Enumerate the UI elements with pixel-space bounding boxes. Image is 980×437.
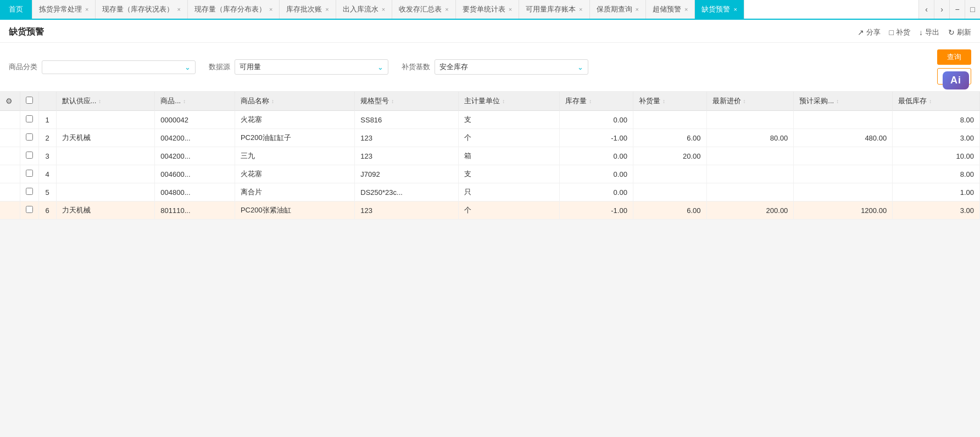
tab-close-icon[interactable]: × xyxy=(85,6,88,13)
tab-maximize-btn[interactable]: □ xyxy=(965,0,980,19)
tab-prev-btn[interactable]: ‹ xyxy=(918,0,934,19)
row-checkbox[interactable] xyxy=(26,115,33,122)
filter-area: 商品分类 ⌄ 数据源 可用量 ⌄ 补货基数 安全库存 ⌄ 查询 设置 xyxy=(0,43,980,92)
row-product-code: 004200... xyxy=(155,147,235,165)
share-btn[interactable]: ↗ 分享 xyxy=(858,27,881,37)
spec-col-header: 规格型号 ↕ xyxy=(355,92,459,111)
tab-close-icon[interactable]: × xyxy=(445,6,448,13)
row-checkbox-cell xyxy=(20,111,38,129)
tab-item-summary[interactable]: 收发存汇总表× xyxy=(392,0,455,19)
row-product-name: PC200张紧油缸 xyxy=(235,201,354,220)
stock-sort-icon[interactable]: ↕ xyxy=(589,98,592,104)
data-source-arrow: ⌄ xyxy=(377,63,383,71)
replenish-btn[interactable]: □ 补货 xyxy=(889,27,910,37)
latest-price-sort-icon[interactable]: ↕ xyxy=(743,98,746,104)
row-spec: J7092 xyxy=(355,165,459,183)
tab-next-btn[interactable]: › xyxy=(934,0,949,19)
row-stock: -1.00 xyxy=(560,201,633,220)
product-code-col-header: 商品... ↕ xyxy=(155,92,235,111)
row-supplier: 力天机械 xyxy=(56,129,155,147)
row-settings-cell xyxy=(0,147,20,165)
tab-minimize-btn[interactable]: − xyxy=(949,0,965,19)
row-checkbox[interactable] xyxy=(26,170,33,177)
tab-item-available[interactable]: 可用量库存账本× xyxy=(519,0,589,19)
tab-item-order[interactable]: 要货单统计表× xyxy=(456,0,519,19)
row-latest-price xyxy=(706,111,794,129)
tab-item-stock2[interactable]: 现存量（库存分布表）× xyxy=(188,0,280,19)
tab-label: 超储预警 xyxy=(653,4,681,14)
row-settings-cell xyxy=(0,201,20,220)
product-code-sort-icon[interactable]: ↕ xyxy=(183,98,186,104)
latest-price-col-label: 最新进价 xyxy=(712,96,741,106)
row-product-code: 004800... xyxy=(155,183,235,201)
tab-item-overstock[interactable]: 超储预警× xyxy=(646,0,695,19)
tab-close-icon[interactable]: × xyxy=(269,6,272,13)
tab-item-batch[interactable]: 库存批次账× xyxy=(280,0,336,19)
query-button[interactable]: 查询 xyxy=(937,49,971,65)
tab-item-expiry[interactable]: 保质期查询× xyxy=(590,0,646,19)
row-latest-price xyxy=(706,147,794,165)
select-all-checkbox[interactable] xyxy=(26,97,33,104)
row-unit: 箱 xyxy=(459,147,560,165)
stock-col-label: 库存量 xyxy=(565,96,587,106)
row-checkbox[interactable] xyxy=(26,188,33,195)
tab-home[interactable]: 首页 xyxy=(0,0,32,19)
row-spec: 123 xyxy=(355,201,459,220)
latest-price-col-header: 最新进价 ↕ xyxy=(706,92,794,111)
row-settings-cell xyxy=(0,129,20,147)
tab-item-flow[interactable]: 出入库流水× xyxy=(336,0,392,19)
replenish-sort-icon[interactable]: ↕ xyxy=(662,98,665,104)
product-code-col-label: 商品... xyxy=(160,96,181,106)
tab-close-icon[interactable]: × xyxy=(579,6,582,13)
row-unit: 支 xyxy=(459,111,560,129)
tab-close-icon[interactable]: × xyxy=(177,6,180,13)
tab-nav-buttons: ‹ › − □ xyxy=(918,0,980,19)
tab-close-icon[interactable]: × xyxy=(382,6,385,13)
replenish-basis-label: 补货基数 xyxy=(402,62,430,72)
row-stock: -1.00 xyxy=(560,129,633,147)
tab-item-stock1[interactable]: 现存量（库存状况表）× xyxy=(96,0,187,19)
row-latest-price xyxy=(706,165,794,183)
main-content: 缺货预警 ↗ 分享 □ 补货 ↓ 导出 ↻ 刷新 商品分类 xyxy=(0,20,980,220)
gear-icon[interactable]: ⚙ xyxy=(5,97,13,105)
row-min-stock: 3.00 xyxy=(893,201,980,220)
row-est-purchase xyxy=(794,111,893,129)
row-checkbox[interactable] xyxy=(26,206,33,213)
tab-close-icon[interactable]: × xyxy=(509,6,512,13)
tab-close-icon[interactable]: × xyxy=(325,6,328,13)
tab-item-shortage[interactable]: 缺货预警× xyxy=(695,0,744,19)
row-checkbox[interactable] xyxy=(26,133,33,141)
commodity-category-select[interactable]: ⌄ xyxy=(42,60,196,74)
tab-close-icon[interactable]: × xyxy=(636,6,639,13)
product-name-sort-icon[interactable]: ↕ xyxy=(271,98,274,104)
share-label: 分享 xyxy=(866,27,881,37)
checkbox-col-header xyxy=(20,92,38,111)
tab-item-picking[interactable]: 拣货异常处理× xyxy=(32,0,96,19)
row-checkbox[interactable] xyxy=(26,152,33,159)
min-stock-sort-icon[interactable]: ↕ xyxy=(929,98,932,104)
min-stock-col-header: 最低库存 ↕ xyxy=(893,92,980,111)
ai-badge[interactable]: Ai xyxy=(943,71,969,89)
replenish-basis-select[interactable]: 安全库存 ⌄ xyxy=(435,59,588,75)
row-replenish xyxy=(633,165,706,183)
row-settings-cell xyxy=(0,165,20,183)
table-container: ⚙ 默认供应... ↕ 商品... xyxy=(0,92,980,220)
export-btn[interactable]: ↓ 导出 xyxy=(919,27,939,37)
refresh-btn[interactable]: ↻ 刷新 xyxy=(948,27,971,37)
row-est-purchase: 480.00 xyxy=(794,129,893,147)
est-purchase-sort-icon[interactable]: ↕ xyxy=(836,98,839,104)
header-actions: ↗ 分享 □ 补货 ↓ 导出 ↻ 刷新 xyxy=(858,27,971,37)
tab-close-icon[interactable]: × xyxy=(684,6,688,13)
supplier-sort-icon[interactable]: ↕ xyxy=(98,98,101,104)
row-checkbox-cell xyxy=(20,147,38,165)
row-stock: 0.00 xyxy=(560,111,633,129)
tab-label: 现存量（库存分布表） xyxy=(194,4,266,14)
tab-close-icon[interactable]: × xyxy=(733,6,737,13)
row-min-stock: 10.00 xyxy=(893,147,980,165)
ai-label: Ai xyxy=(950,75,961,86)
data-source-select[interactable]: 可用量 ⌄ xyxy=(235,59,388,75)
spec-sort-icon[interactable]: ↕ xyxy=(391,98,394,104)
row-num: 2 xyxy=(38,129,56,147)
row-checkbox-cell xyxy=(20,129,38,147)
unit-sort-icon[interactable]: ↕ xyxy=(502,98,505,104)
